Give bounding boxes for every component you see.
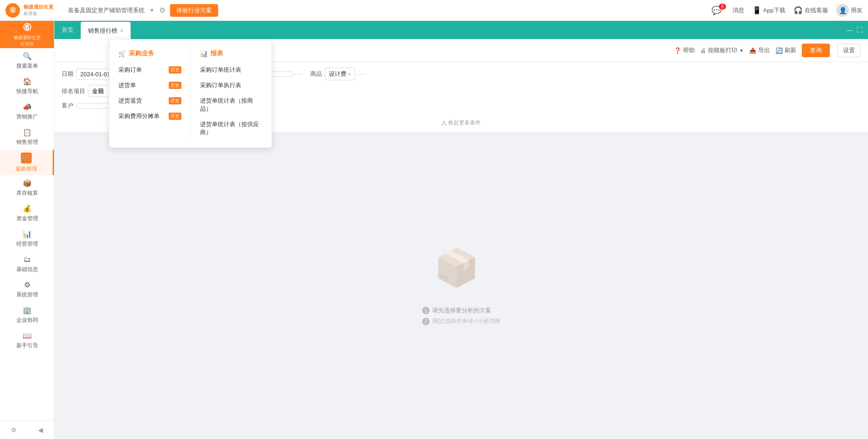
app-wrapper: ⑥ 畅捷通好生意 标准版 装备及固定资产辅助管理系统 ▼ ⚙ 体验行业方案 💬 … — [0, 0, 868, 439]
avatar: 👤 — [836, 4, 849, 17]
menu-item-label: 进货单统计表（按供应商） — [200, 120, 263, 137]
menu-item-label: 采购订单执行表 — [200, 81, 241, 89]
print-btn[interactable]: 🖨 按模板打印 ▼ — [700, 46, 744, 54]
dropdown-arrow-icon[interactable]: ▼ — [149, 7, 155, 14]
home-icon: 🏠 — [23, 77, 32, 86]
sidebar-item-operations[interactable]: 📊 经营管理 — [0, 226, 54, 252]
sidebar-item-finance[interactable]: 💰 资金管理 — [0, 201, 54, 226]
menu-item-return[interactable]: 进货退货 历史 — [115, 93, 185, 109]
sidebar-item-label: 经营管理 — [16, 240, 38, 248]
empty-hint1: 请先选择要分析的方案 — [432, 306, 491, 315]
search-icon: 🔍 — [23, 52, 32, 60]
sidebar-item-enterprise[interactable]: 🏢 企业协同 — [0, 302, 54, 328]
query-btn[interactable]: 查询 — [802, 44, 830, 57]
operations-icon: 📊 — [23, 230, 32, 238]
collapse-btn[interactable]: ⋀ 收起更多条件 — [442, 116, 481, 127]
help-btn[interactable]: ❓ 帮助 — [674, 46, 695, 54]
sidebar-item-label: 快捷导航 — [16, 88, 38, 95]
sales-icon: 📋 — [23, 128, 32, 137]
sidebar-item-guide[interactable]: 📖 新手引导 — [0, 328, 54, 353]
history-badge: 历史 — [169, 97, 181, 104]
message-btn[interactable]: 💬 6 消息 — [712, 5, 744, 15]
sidebar-item-sales[interactable]: 📋 销售管理 — [0, 124, 54, 150]
dropdown-menu: 🛒 采购业务 采购订单 历史 进货单 历史 进货退货 历史 — [109, 39, 272, 148]
menu-item-inbound[interactable]: 进货单 历史 — [115, 78, 185, 93]
sidebar-item-label: 资金管理 — [16, 215, 38, 222]
tab-sales-rank-label: 销售排行榜 — [88, 27, 117, 35]
purchase-section-title: 采购业务 — [129, 49, 154, 58]
sidebar-item-search[interactable]: 🔍 搜索菜单 — [0, 48, 54, 74]
user-btn[interactable]: 👤 用友 — [836, 4, 863, 17]
empty-hint2: 用[过滤]条件来缩小分析范围 — [432, 317, 501, 325]
menu-item-label: 采购费用分摊单 — [118, 112, 160, 120]
inventory-icon: 📦 — [23, 179, 32, 187]
app-download-btn[interactable]: 📱 App下载 — [752, 6, 785, 15]
purchase-section: 🛒 采购业务 采购订单 历史 进货单 历史 进货退货 历史 — [109, 43, 190, 144]
main-layout: ⑥ 畅捷通好生意 标准版 🔍 搜索菜单 🏠 快捷导航 📣 营销推广 — [0, 21, 868, 439]
tab-home-label: 首页 — [62, 26, 73, 34]
top-bar-right: 💬 6 消息 📱 App下载 🎧 在线客服 👤 用友 — [712, 4, 863, 17]
history-badge: 历史 — [169, 82, 181, 89]
doc-status-dots[interactable]: ··· — [295, 70, 303, 78]
basic-icon: 🗂 — [24, 256, 31, 264]
settings-btn[interactable]: 设置 — [837, 44, 861, 57]
tab-maximize-btn[interactable]: ⛶ — [856, 26, 863, 34]
top-bar-left: ⑥ 畅捷通好生意 标准版 装备及固定资产辅助管理系统 ▼ ⚙ 体验行业方案 — [5, 3, 712, 18]
tab-home[interactable]: 首页 — [54, 21, 81, 39]
logo-icon: ⑥ — [5, 3, 20, 18]
sidebar-item-label: 新手引导 — [16, 342, 38, 350]
tab-minimize-btn[interactable]: — — [846, 26, 853, 34]
menu-item-label: 采购订单统计表 — [200, 66, 241, 74]
goods-tag-close[interactable]: × — [348, 71, 351, 77]
sidebar-item-system[interactable]: ⚙ 系统管理 — [0, 277, 54, 302]
settings-icon[interactable]: ⚙ — [159, 6, 166, 15]
sidebar-item-label: 企业协同 — [16, 316, 38, 324]
menu-item-inbound-stats-goods[interactable]: 进货单统计表（按商品） — [196, 93, 267, 117]
content-area: 首页 销售排行榜 × — ⛶ ❓ 帮助 — [54, 21, 868, 439]
sidebar-item-basic[interactable]: 🗂 基础信息 — [0, 252, 54, 277]
report-section-header: 📊 报表 — [196, 47, 267, 62]
tab-sales-rank[interactable]: 销售排行榜 × — [81, 22, 131, 40]
menu-item-label: 采购订单 — [118, 66, 142, 74]
report-section-icon: 📊 — [200, 50, 208, 57]
history-badge: 历史 — [169, 113, 181, 120]
purchase-section-header: 🛒 采购业务 — [115, 47, 185, 62]
sidebar-item-label: 基础信息 — [16, 266, 38, 273]
sidebar-item-label: 营销推广 — [16, 113, 38, 121]
sidebar-item-label: 销售管理 — [16, 138, 38, 146]
sidebar-item-marketing[interactable]: 📣 营销推广 — [0, 99, 54, 124]
filter-goods: 商品 设计费 × ··· — [310, 68, 366, 80]
purchase-icon: 🛒 — [21, 153, 32, 163]
sidebar-item-quick[interactable]: 🏠 快捷导航 — [0, 74, 54, 99]
help-icon: ❓ — [674, 47, 681, 54]
sidebar-item-label: 采购管理 — [15, 165, 37, 173]
logo-text: 畅捷通好生意 标准版 — [24, 4, 54, 17]
goods-tag-value: 设计费 — [329, 70, 346, 78]
report-section: 📊 报表 采购订单统计表 采购订单执行表 进货单统计表（按商品） 进货单统计表（… — [191, 43, 272, 144]
sidebar-item-label: 库存核算 — [16, 189, 38, 197]
goods-tag[interactable]: 设计费 × — [325, 68, 355, 80]
empty-hints: 1 请先选择要分析的方案 2 用[过滤]条件来缩小分析范围 — [422, 306, 501, 325]
enterprise-icon: 🏢 — [23, 306, 32, 315]
tab-close-icon[interactable]: × — [120, 28, 123, 34]
experience-btn[interactable]: 体验行业方案 — [170, 4, 218, 17]
menu-item-purchase-order[interactable]: 采购订单 历史 — [115, 62, 185, 78]
refresh-btn[interactable]: 🔄 刷新 — [775, 46, 796, 54]
collapse-label: 收起更多条件 — [448, 119, 481, 127]
empty-state: 📦 1 请先选择要分析的方案 2 用[过滤]条件来缩小分析范围 — [54, 133, 868, 439]
menu-item-order-exec[interactable]: 采购订单执行表 — [196, 78, 267, 93]
sidebar-item-inventory[interactable]: 📦 库存核算 — [0, 175, 54, 201]
report-section-title: 报表 — [210, 49, 223, 58]
menu-item-order-stats[interactable]: 采购订单统计表 — [196, 62, 267, 78]
sidebar-collapse-btn[interactable]: ◀ — [36, 424, 45, 435]
top-bar: ⑥ 畅捷通好生意 标准版 装备及固定资产辅助管理系统 ▼ ⚙ 体验行业方案 💬 … — [0, 0, 868, 21]
goods-dots[interactable]: ··· — [358, 70, 366, 78]
sidebar-item-purchase[interactable]: 🛒 采购管理 — [0, 150, 54, 175]
menu-item-label: 进货单 — [118, 81, 136, 89]
export-btn[interactable]: 📤 导出 — [749, 46, 770, 54]
sidebar: ⑥ 畅捷通好生意 标准版 🔍 搜索菜单 🏠 快捷导航 📣 营销推广 — [0, 21, 54, 439]
online-service-btn[interactable]: 🎧 在线客服 — [794, 6, 828, 15]
menu-item-inbound-stats-supplier[interactable]: 进货单统计表（按供应商） — [196, 117, 267, 140]
menu-item-expense[interactable]: 采购费用分摊单 历史 — [115, 109, 185, 124]
sidebar-settings-btn[interactable]: ⚙ — [9, 424, 19, 435]
